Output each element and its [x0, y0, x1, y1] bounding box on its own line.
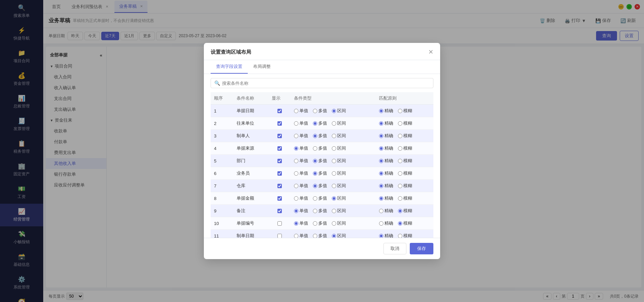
match-radio-精确[interactable]: 精确 — [379, 133, 393, 139]
type-radio-区间[interactable]: 区间 — [332, 120, 346, 126]
type-radio-多值[interactable]: 多值 — [313, 170, 327, 176]
type-radio-多值[interactable]: 多值 — [313, 183, 327, 189]
match-radio-模糊[interactable]: 模糊 — [398, 120, 412, 126]
type-radio-单值[interactable]: 单值 — [294, 133, 308, 139]
row-order: 8 — [211, 192, 233, 205]
row-type: 单值多值区间 — [291, 117, 376, 130]
column-header: 条件类型 — [291, 92, 376, 105]
type-radio-单值[interactable]: 单值 — [294, 195, 308, 201]
type-radio-区间[interactable]: 区间 — [332, 208, 346, 214]
modal-search-input[interactable] — [222, 81, 430, 86]
type-radio-多值[interactable]: 多值 — [313, 133, 327, 139]
show-checkbox[interactable] — [277, 121, 282, 126]
row-match: 精确模糊 — [376, 117, 433, 130]
match-radio-精确[interactable]: 精确 — [379, 108, 393, 114]
match-radio-精确[interactable]: 精确 — [379, 158, 393, 164]
row-order: 11 — [211, 230, 233, 238]
row-type: 单值多值区间 — [291, 205, 376, 217]
type-radio-区间[interactable]: 区间 — [332, 183, 346, 189]
show-checkbox[interactable] — [277, 159, 282, 163]
row-match: 精确模糊 — [376, 155, 433, 167]
match-radio-模糊[interactable]: 模糊 — [398, 233, 412, 238]
match-radio-模糊[interactable]: 模糊 — [398, 195, 412, 201]
row-match: 精确模糊 — [376, 217, 433, 230]
match-radio-精确[interactable]: 精确 — [379, 220, 393, 226]
row-name: 备注 — [233, 205, 268, 217]
table-row: 1单据日期单值多值区间精确模糊 — [211, 105, 433, 117]
type-radio-区间[interactable]: 区间 — [332, 158, 346, 164]
row-type: 单值多值区间 — [291, 217, 376, 230]
show-checkbox[interactable] — [277, 146, 282, 151]
type-radio-多值[interactable]: 多值 — [313, 233, 327, 238]
type-radio-多值[interactable]: 多值 — [313, 208, 327, 214]
type-radio-区间[interactable]: 区间 — [332, 220, 346, 226]
type-radio-区间[interactable]: 区间 — [332, 133, 346, 139]
match-radio-模糊[interactable]: 模糊 — [398, 158, 412, 164]
type-radio-多值[interactable]: 多值 — [313, 220, 327, 226]
confirm-save-button[interactable]: 保存 — [410, 243, 433, 254]
type-radio-区间[interactable]: 区间 — [332, 195, 346, 201]
match-radio-模糊[interactable]: 模糊 — [398, 208, 412, 214]
show-checkbox[interactable] — [277, 209, 282, 213]
modal-tab-layout[interactable]: 布局调整 — [248, 60, 276, 74]
match-radio-模糊[interactable]: 模糊 — [398, 183, 412, 189]
type-radio-单值[interactable]: 单值 — [294, 158, 308, 164]
match-radio-模糊[interactable]: 模糊 — [398, 170, 412, 176]
table-row: 9备注单值多值区间精确模糊 — [211, 205, 433, 217]
row-order: 6 — [211, 167, 233, 180]
show-checkbox[interactable] — [277, 109, 282, 113]
type-radio-单值[interactable]: 单值 — [294, 183, 308, 189]
show-checkbox[interactable] — [277, 171, 282, 176]
match-radio-精确[interactable]: 精确 — [379, 233, 393, 238]
show-checkbox[interactable] — [277, 134, 282, 138]
type-radio-多值[interactable]: 多值 — [313, 195, 327, 201]
type-radio-多值[interactable]: 多值 — [313, 158, 327, 164]
match-radio-模糊[interactable]: 模糊 — [398, 145, 412, 151]
type-radio-多值[interactable]: 多值 — [313, 145, 327, 151]
type-radio-单值[interactable]: 单值 — [294, 120, 308, 126]
row-type: 单值多值区间 — [291, 130, 376, 142]
match-radio-模糊[interactable]: 模糊 — [398, 108, 412, 114]
type-radio-区间[interactable]: 区间 — [332, 170, 346, 176]
row-show — [268, 205, 291, 217]
row-name: 往来单位 — [233, 117, 268, 130]
match-radio-模糊[interactable]: 模糊 — [398, 133, 412, 139]
type-radio-区间[interactable]: 区间 — [332, 108, 346, 114]
match-radio-模糊[interactable]: 模糊 — [398, 220, 412, 226]
type-radio-单值[interactable]: 单值 — [294, 208, 308, 214]
table-row: 3制单人单值多值区间精确模糊 — [211, 130, 433, 142]
type-radio-单值[interactable]: 单值 — [294, 108, 308, 114]
row-show — [268, 167, 291, 180]
match-radio-精确[interactable]: 精确 — [379, 183, 393, 189]
modal-body: 🔍 顺序条件名称显示条件类型匹配原则 1单据日期单值多值区间精确模糊2往来单位单… — [204, 74, 440, 238]
match-radio-精确[interactable]: 精确 — [379, 195, 393, 201]
match-radio-精确[interactable]: 精确 — [379, 120, 393, 126]
show-checkbox[interactable] — [277, 234, 282, 238]
modal-search-icon: 🔍 — [214, 80, 220, 86]
cancel-button[interactable]: 取消 — [383, 243, 406, 254]
column-header: 显示 — [268, 92, 291, 105]
modal-close-button[interactable]: ✕ — [428, 48, 433, 56]
show-checkbox[interactable] — [277, 221, 282, 226]
type-radio-单值[interactable]: 单值 — [294, 145, 308, 151]
show-checkbox[interactable] — [277, 184, 282, 188]
table-row: 7仓库单值多值区间精确模糊 — [211, 180, 433, 192]
row-type: 单值多值区间 — [291, 142, 376, 155]
row-match: 精确模糊 — [376, 130, 433, 142]
column-header: 条件名称 — [233, 92, 268, 105]
type-radio-单值[interactable]: 单值 — [294, 170, 308, 176]
type-radio-区间[interactable]: 区间 — [332, 233, 346, 238]
row-type: 单值多值区间 — [291, 167, 376, 180]
type-radio-多值[interactable]: 多值 — [313, 108, 327, 114]
match-radio-精确[interactable]: 精确 — [379, 145, 393, 151]
modal-tab-query-fields[interactable]: 查询字段设置 — [211, 60, 248, 74]
type-radio-单值[interactable]: 单值 — [294, 220, 308, 226]
type-radio-区间[interactable]: 区间 — [332, 145, 346, 151]
show-checkbox[interactable] — [277, 196, 282, 201]
row-show — [268, 130, 291, 142]
match-radio-精确[interactable]: 精确 — [379, 208, 393, 214]
row-match: 精确模糊 — [376, 192, 433, 205]
type-radio-多值[interactable]: 多值 — [313, 120, 327, 126]
match-radio-精确[interactable]: 精确 — [379, 170, 393, 176]
type-radio-单值[interactable]: 单值 — [294, 233, 308, 238]
